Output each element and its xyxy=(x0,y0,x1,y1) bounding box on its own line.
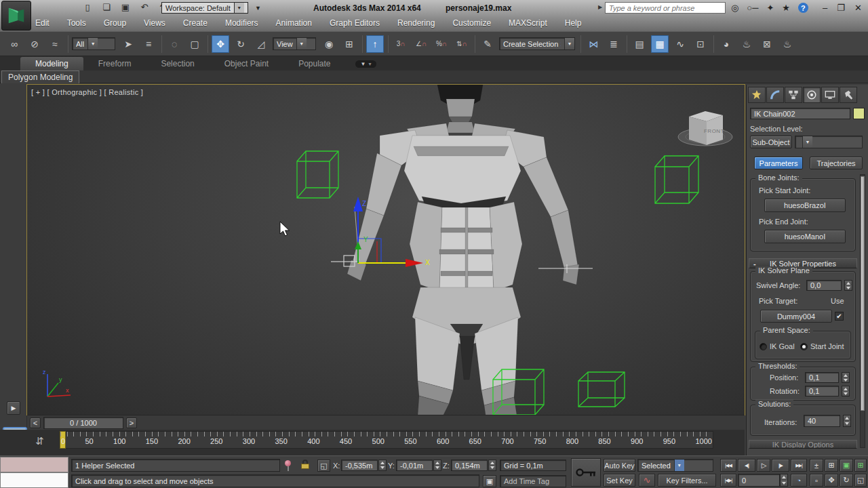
tab-modify-icon[interactable] xyxy=(766,87,784,103)
selection-filter-dropdown[interactable]: All ▼ xyxy=(72,37,115,50)
region-zoom-icon[interactable]: ▫ xyxy=(810,474,823,487)
mirror-icon[interactable]: ⋈ xyxy=(585,35,602,53)
menu-item[interactable]: Rendering xyxy=(397,18,435,28)
menu-item[interactable]: Tools xyxy=(67,18,86,28)
character-model[interactable] xyxy=(347,85,579,415)
minimize-icon[interactable]: – xyxy=(823,3,827,13)
workspace-selector[interactable]: Workspace: Default ▼ ▼ xyxy=(161,2,261,14)
use-pivot-center-icon[interactable]: ◉ xyxy=(320,35,338,53)
previous-frame-button[interactable]: ◀|| xyxy=(738,459,755,472)
object-color-swatch[interactable] xyxy=(853,108,865,119)
selection-filter-arrow-icon[interactable]: ▼ xyxy=(87,38,98,49)
maximize-viewport-toggle[interactable]: ◱ xyxy=(854,474,867,487)
close-icon[interactable]: ✕ xyxy=(854,3,862,13)
maxscript-listener-white[interactable] xyxy=(0,472,68,488)
rotation-spinner[interactable] xyxy=(842,386,850,396)
menu-item[interactable]: Views xyxy=(144,18,165,28)
key-mode-toggle[interactable]: |◀▶| xyxy=(720,474,736,487)
angle-snap-icon[interactable]: ∠∩ xyxy=(412,35,430,53)
favorites-star-icon[interactable]: ★ xyxy=(782,3,790,13)
frame-display[interactable]: 0 / 1000 xyxy=(43,417,123,429)
toggle-ribbon-icon[interactable]: ▦ xyxy=(651,35,669,53)
tab-motion-icon[interactable] xyxy=(803,87,821,103)
object-name-field[interactable]: IK Chain002 xyxy=(750,108,850,119)
key-filters-button[interactable]: Key Filters... xyxy=(658,474,716,487)
start-joint-radio[interactable] xyxy=(800,343,808,350)
open-file-icon[interactable]: ❏ xyxy=(100,2,113,12)
workspace-dropdown-icon[interactable]: ▼ xyxy=(234,3,244,13)
pan-icon[interactable]: ✥ xyxy=(825,474,838,487)
y-coordinate-field[interactable]: -0,01m xyxy=(396,460,433,471)
pick-target-button[interactable]: Dummy004 xyxy=(760,310,832,323)
zoom-extents-all-icon[interactable]: ⊞ xyxy=(854,459,867,472)
time-configuration-button[interactable]: ◔ xyxy=(791,474,807,487)
x-coordinate-field[interactable]: -0,535m xyxy=(341,460,378,471)
select-and-scale-icon[interactable]: ◿ xyxy=(252,35,270,53)
new-key-curve-icon[interactable]: ∿ xyxy=(639,474,655,487)
select-and-rotate-icon[interactable]: ↻ xyxy=(232,35,250,53)
render-production-icon[interactable]: ♨ xyxy=(778,35,796,53)
orbit-icon[interactable]: ↻ xyxy=(840,474,853,487)
auto-key-button[interactable]: Auto Key xyxy=(604,459,635,472)
spinner-snap-icon[interactable]: ⇅∩ xyxy=(453,35,471,53)
help-icon[interactable]: ? xyxy=(798,3,808,13)
menu-item[interactable]: Animation xyxy=(276,18,312,28)
iterations-spinner[interactable] xyxy=(843,415,851,427)
application-button[interactable] xyxy=(1,1,31,30)
window-crossing-icon[interactable]: ▢ xyxy=(186,35,203,53)
swivel-angle-field[interactable]: 0,0 xyxy=(806,280,842,291)
workspace-flyout-icon[interactable]: ▼ xyxy=(255,5,261,12)
menu-item[interactable]: Group xyxy=(104,18,126,28)
menu-item[interactable]: Edit xyxy=(35,18,50,28)
frame-spinner[interactable] xyxy=(780,474,788,487)
key-filter-dropdown-icon[interactable]: ▼ xyxy=(674,460,684,471)
y-spinner[interactable] xyxy=(433,460,441,471)
time-tag-icon[interactable]: ▣ xyxy=(483,475,496,487)
viewport-layout-tab-button[interactable]: ▶ xyxy=(7,401,20,415)
menu-item[interactable]: Graph Editors xyxy=(330,18,380,28)
menu-item[interactable]: Customize xyxy=(452,18,491,28)
curve-editor-icon[interactable]: ∿ xyxy=(671,35,689,53)
ik-goal-radio[interactable] xyxy=(760,343,767,350)
add-time-tag[interactable]: Add Time Tag xyxy=(500,475,566,487)
search-input[interactable] xyxy=(605,2,726,14)
zoom-icon[interactable]: ± xyxy=(810,459,823,472)
new-file-icon[interactable]: ▯ xyxy=(81,2,94,12)
sub-object-level-dropdown[interactable]: ▼ xyxy=(795,136,863,148)
reference-coordinate-arrow-icon[interactable]: ▼ xyxy=(296,38,307,49)
panel-scrollbar[interactable] xyxy=(860,174,865,448)
align-icon[interactable]: ≣ xyxy=(605,35,623,53)
parameters-tab-button[interactable]: Parameters xyxy=(754,157,803,169)
communication-center-icon[interactable]: ✦ xyxy=(766,3,774,13)
unlink-selection-icon[interactable]: ⊘ xyxy=(26,35,43,53)
position-field[interactable]: 0,1 xyxy=(805,372,839,383)
tab-utilities-icon[interactable] xyxy=(840,87,857,103)
ribbon-minimize-button[interactable]: ▼ ▾ xyxy=(355,60,377,68)
ribbon-tab-selection[interactable]: Selection xyxy=(146,57,209,70)
select-and-manipulate-icon[interactable]: ⊞ xyxy=(340,35,358,53)
x-spinner[interactable] xyxy=(378,460,387,471)
zoom-extents-icon[interactable]: ▣ xyxy=(840,459,853,472)
material-editor-icon[interactable]: ◕ xyxy=(717,35,735,53)
swivel-angle-spinner[interactable] xyxy=(844,280,852,291)
undo-icon[interactable]: ↶ xyxy=(138,2,151,12)
named-selection-sets-dropdown[interactable]: Create Selection Set ▼ xyxy=(499,37,575,50)
rendered-frame-window-icon[interactable]: ⊠ xyxy=(758,35,776,53)
viewcube[interactable]: FRONT xyxy=(678,111,732,146)
z-coordinate-field[interactable]: 0,154m xyxy=(451,460,488,471)
keyboard-shortcut-override-icon[interactable]: ↑ xyxy=(366,35,384,53)
polygon-modeling-panel-tab[interactable]: Polygon Modeling xyxy=(1,70,79,83)
snaps-toggle-icon[interactable]: 3∩ xyxy=(392,35,410,53)
schematic-view-icon[interactable]: ⊡ xyxy=(692,35,709,53)
search-icon[interactable]: ◎ xyxy=(731,3,738,13)
go-to-end-button[interactable]: ▶▶| xyxy=(791,459,807,472)
track-bar-toggle-icon[interactable]: ⇵ xyxy=(35,435,44,447)
z-spinner[interactable] xyxy=(488,460,496,471)
use-target-checkbox[interactable]: ✔ xyxy=(835,312,844,321)
time-prev-button[interactable]: < xyxy=(30,418,41,428)
ik-display-options-rollout[interactable]: IK Display Options xyxy=(749,440,857,449)
ribbon-tab-object-paint[interactable]: Object Paint xyxy=(210,57,283,70)
select-by-name-icon[interactable]: ≡ xyxy=(140,35,157,53)
isolate-selection-icon[interactable] xyxy=(285,460,291,471)
menu-item[interactable]: MAXScript xyxy=(509,18,547,28)
